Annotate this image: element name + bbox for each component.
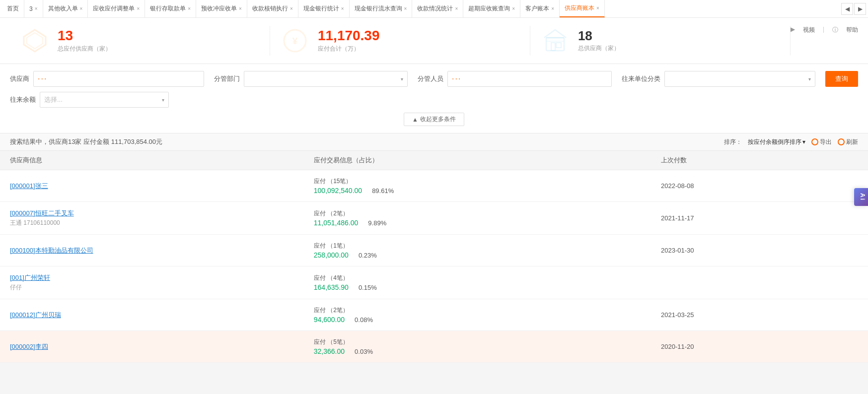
supplier-sub: 王通 17106110000 xyxy=(10,219,294,227)
transaction-cell: 应付 （2笔）11,051,486.009.89% xyxy=(304,202,651,235)
table-header-row: 供应商信息 应付交易信息（占比） 上次付数 xyxy=(0,151,868,170)
balance-input[interactable]: 选择... ▾ xyxy=(40,92,169,108)
close-tab-tab3[interactable]: × xyxy=(35,6,38,11)
close-tab-other-income[interactable]: × xyxy=(80,6,83,11)
search-button[interactable]: 查询 xyxy=(825,71,858,87)
separator: | xyxy=(823,26,824,33)
header-links: ▶ 视频 | ⓘ 帮助 xyxy=(791,26,858,56)
amount-label: 应付 （5笔） xyxy=(314,338,641,346)
card-total-suppliers: 18 总供应商（家） xyxy=(530,26,791,56)
supplier-info-cell: [000012]广州贝瑞 xyxy=(0,299,304,331)
close-tab-bank-deposit[interactable]: × xyxy=(188,6,191,11)
nav-tab-ar-ap-adjust[interactable]: 应收应付调整单× xyxy=(88,0,145,17)
nav-tab-cash-bank-stat[interactable]: 现金银行统计× xyxy=(298,0,350,17)
last-payment-cell: 2023-01-30 xyxy=(651,235,868,266)
supplier-info-cell: [000002]李四 xyxy=(0,331,304,363)
amount-row: 32,366.000.03% xyxy=(314,347,641,355)
export-button[interactable]: 导出 xyxy=(811,138,832,146)
supplier-link[interactable]: [001]广州荣轩 xyxy=(10,274,50,281)
close-tab-supplier-ledger[interactable]: × xyxy=(596,5,599,11)
table-row: [000100]本特勤油品有限公司应付 （1笔）258,000.000.23%2… xyxy=(0,235,868,266)
amount-label: 应付 （2笔） xyxy=(314,209,641,218)
nav-tab-tab3[interactable]: 3× xyxy=(24,0,43,17)
refresh-label: 刷新 xyxy=(846,138,858,146)
result-bar: 搜索结果中，供应商13家 应付金额 111,703,854.00元 排序： 按应… xyxy=(0,133,868,151)
card-payable-total: ¥ 11,170.39 应付合计（万） xyxy=(270,26,530,56)
nav-tab-other-income[interactable]: 其他收入单× xyxy=(43,0,88,17)
category-input[interactable]: ▾ xyxy=(664,71,816,87)
close-tab-prepay-ar[interactable]: × xyxy=(239,6,242,11)
nav-tab-cash-flow-query[interactable]: 现金银行流水查询× xyxy=(350,0,413,17)
amount-label: 应付 （15笔） xyxy=(314,177,641,186)
supplier-info-cell: [000001]张三 xyxy=(0,170,304,202)
close-tab-payment-stat[interactable]: × xyxy=(455,6,458,11)
category-label: 往来单位分类 xyxy=(622,74,660,83)
supplier-link[interactable]: [000007]恒旺二手叉车 xyxy=(10,209,74,217)
sort-arrow: ▾ xyxy=(802,138,805,145)
amount-value: 164,635.90 xyxy=(314,283,349,291)
help-icon: ⓘ xyxy=(832,26,838,34)
refresh-button[interactable]: 刷新 xyxy=(838,138,858,146)
close-tab-cash-bank-stat[interactable]: × xyxy=(341,6,344,11)
amount-label: 应付 （4笔） xyxy=(314,274,641,282)
supplier-link[interactable]: [000002]李四 xyxy=(10,343,48,350)
close-tab-overdue-ar[interactable]: × xyxy=(512,6,515,11)
nav-tab-customer-ledger[interactable]: 客户账本× xyxy=(520,0,560,17)
nav-tab-payment-verify[interactable]: 收款核销执行× xyxy=(247,0,298,17)
card3-info: 18 总供应商（家） xyxy=(578,29,620,53)
nav-tab-payment-stat[interactable]: 收款情况统计× xyxy=(412,0,463,17)
last-payment-cell xyxy=(651,266,868,299)
card3-number: 18 xyxy=(578,29,620,42)
nav-tab-bank-deposit[interactable]: 银行存取款单× xyxy=(145,0,196,17)
coin-icon: ¥ xyxy=(280,26,310,56)
close-tab-cash-flow-query[interactable]: × xyxy=(404,6,407,11)
diamond-icon xyxy=(20,26,50,56)
table-row: [001]广州荣轩仔仔应付 （4笔）164,635.900.15% xyxy=(0,266,868,299)
nav-tab-home[interactable]: 首页 xyxy=(2,0,24,17)
supplier-info-cell: [000100]本特勤油品有限公司 xyxy=(0,235,304,266)
svg-rect-6 xyxy=(556,43,561,48)
nav-tab-overdue-ar[interactable]: 超期应收账查询× xyxy=(463,0,520,17)
sort-label: 排序： xyxy=(724,138,742,146)
supplier-link[interactable]: [000100]本特勤油品有限公司 xyxy=(10,247,93,254)
nav-next-btn[interactable]: ▶ xyxy=(854,3,866,15)
close-tab-ar-ap-adjust[interactable]: × xyxy=(137,6,140,11)
supplier-input[interactable]: ··· xyxy=(33,71,204,87)
supplier-link[interactable]: [000012]广州贝瑞 xyxy=(10,311,61,319)
nav-tab-prepay-ar[interactable]: 预收冲应收单× xyxy=(196,0,247,17)
supplier-link[interactable]: [000001]张三 xyxy=(10,182,48,190)
nav-tab-supplier-ledger[interactable]: 供应商账本× xyxy=(560,0,605,17)
transaction-cell: 应付 （4笔）164,635.900.15% xyxy=(304,266,651,299)
table-row: [000001]张三应付 （15笔）100,092,540.0089.61%20… xyxy=(0,170,868,202)
help-link[interactable]: 帮助 xyxy=(846,26,858,34)
close-tab-payment-verify[interactable]: × xyxy=(290,6,293,11)
department-label: 分管部门 xyxy=(214,74,240,83)
export-label: 导出 xyxy=(820,138,832,146)
person-label: 分管人员 xyxy=(418,74,443,83)
sort-select[interactable]: 按应付余额倒序排序 ▾ xyxy=(748,138,805,146)
supplier-label: 供应商 xyxy=(10,74,29,83)
video-link[interactable]: 视频 xyxy=(803,26,815,34)
transaction-cell: 应付 （15笔）100,092,540.0089.61% xyxy=(304,170,651,202)
category-arrow: ▾ xyxy=(808,76,811,82)
col-supplier: 供应商信息 xyxy=(0,151,304,170)
amount-value: 32,366.00 xyxy=(314,347,345,355)
collapse-button[interactable]: ▲ 收起更多条件 xyxy=(404,113,464,126)
close-tab-customer-ledger[interactable]: × xyxy=(551,6,554,11)
filter-department: 分管部门 ▾ xyxy=(214,71,408,87)
table-row: [000002]李四应付 （5笔）32,366.000.03%2020-11-2… xyxy=(0,331,868,363)
header-cards: 13 总应付供应商（家） ¥ 11,170.39 应付合计（万） xyxy=(0,18,868,64)
card-payable-suppliers: 13 总应付供应商（家） xyxy=(10,26,270,56)
ai-button[interactable]: Ai xyxy=(854,188,868,206)
percent-value: 0.23% xyxy=(359,252,377,259)
amount-label: 应付 （1笔） xyxy=(314,242,641,250)
department-input[interactable]: ▾ xyxy=(244,71,408,87)
filter-section: 供应商 ··· 分管部门 ▾ 分管人员 ··· 往来单位分类 ▾ 查询 xyxy=(0,64,868,133)
amount-row: 164,635.900.15% xyxy=(314,283,641,291)
transaction-cell: 应付 （5笔）32,366.000.03% xyxy=(304,331,651,363)
refresh-icon xyxy=(838,138,845,145)
sort-value: 按应付余额倒序排序 xyxy=(748,138,801,146)
person-input[interactable]: ··· xyxy=(447,71,612,87)
supplier-info-cell: [000007]恒旺二手叉车王通 17106110000 xyxy=(0,202,304,235)
nav-prev-btn[interactable]: ◀ xyxy=(841,3,853,15)
